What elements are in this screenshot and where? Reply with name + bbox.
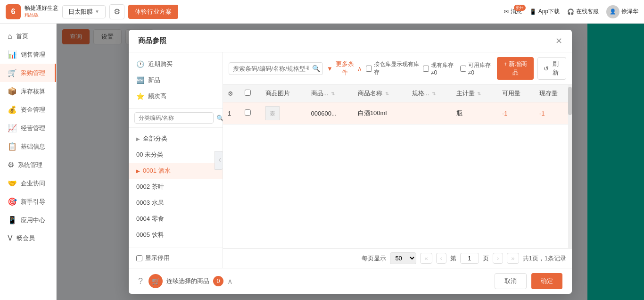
search-wrap: 🔍 bbox=[229, 62, 323, 75]
sidebar-item-inventory[interactable]: 📦 库存核算 bbox=[0, 82, 56, 100]
close-icon[interactable]: ✕ bbox=[555, 37, 562, 45]
app-download-item[interactable]: 📱 App下载 bbox=[529, 8, 560, 16]
cat-drink[interactable]: 0005 饮料 bbox=[129, 227, 223, 243]
th-name[interactable]: 商品名称 ⇅ bbox=[353, 85, 407, 102]
quick-item-recent[interactable]: 🕐 近期购买 bbox=[129, 56, 223, 72]
avatar: 👤 bbox=[606, 5, 619, 18]
headset-icon: 🎧 bbox=[567, 8, 574, 15]
vertical-scrollbar[interactable] bbox=[568, 85, 572, 248]
sidebar-item-member[interactable]: V 畅会员 bbox=[0, 229, 56, 247]
chevron-up-icon: ∧ bbox=[357, 65, 362, 72]
category-search-icon[interactable]: 🔍 bbox=[216, 115, 223, 122]
home-icon: ⌂ bbox=[8, 32, 12, 41]
table-toolbar: 🔍 ▼ 更多条件 ∧ 按仓库显示现有库存 bbox=[223, 52, 572, 85]
branch-selector[interactable]: 日太阳膜 ▼ bbox=[62, 5, 106, 18]
modal-title: 商品参照 bbox=[138, 36, 166, 45]
per-page-select[interactable]: 50 10 20 100 bbox=[390, 252, 416, 264]
by-warehouse-checkbox[interactable] bbox=[366, 66, 372, 72]
cat-all[interactable]: ▶ 全部分类 bbox=[129, 131, 223, 147]
refresh-button[interactable]: ↺ 刷新 bbox=[537, 57, 566, 80]
apps-icon: 📱 bbox=[8, 216, 17, 225]
cat-fruit[interactable]: 0003 水果 bbox=[129, 195, 223, 211]
scrollbar-thumb[interactable] bbox=[568, 87, 572, 115]
sort-icon: ⇅ bbox=[331, 91, 335, 96]
modal-body: 🕐 近期购买 🆕 新品 ⭐ 频次高 bbox=[129, 52, 572, 268]
checkbox-by-warehouse[interactable]: 按仓库显示现有库存 bbox=[366, 60, 419, 76]
show-disabled-row: 显示停用 bbox=[129, 248, 223, 268]
user-item[interactable]: 👤 徐泽华 bbox=[606, 5, 638, 18]
th-spec[interactable]: 规格... ⇅ bbox=[407, 85, 452, 102]
th-code[interactable]: 商品... ⇅ bbox=[306, 85, 353, 102]
th-unit[interactable]: 主计量 ⇅ bbox=[452, 85, 497, 102]
filter-icon: ▼ bbox=[327, 65, 333, 72]
first-page-button[interactable]: « bbox=[420, 253, 432, 264]
sidebar-item-home[interactable]: ⌂ 首页 bbox=[0, 27, 56, 45]
sidebar-item-finance[interactable]: 💰 资金管理 bbox=[0, 100, 56, 119]
filter-button[interactable]: ▼ 更多条件 ∧ bbox=[327, 60, 362, 77]
cancel-button[interactable]: 取消 bbox=[495, 273, 527, 289]
prev-page-button[interactable]: ‹ bbox=[436, 253, 446, 264]
show-disabled-checkbox[interactable] bbox=[136, 255, 142, 261]
guide-icon: 🎯 bbox=[8, 197, 17, 206]
inventory-icon: 📦 bbox=[8, 87, 17, 96]
cat-liquor[interactable]: ▶ 0001 酒水 bbox=[129, 163, 223, 179]
checkbox-nonzero-stock[interactable]: 现有库存≠0 bbox=[423, 61, 456, 76]
cart-area: 🛒 连续选择的商品 0 ∧ bbox=[149, 274, 233, 288]
settings-icon[interactable]: ⚙ bbox=[109, 4, 124, 19]
sidebar-item-apps[interactable]: 📱 应用中心 bbox=[0, 211, 56, 229]
bottom-actions: 取消 确定 bbox=[495, 273, 562, 289]
message-item[interactable]: ✉ 消息 99+ bbox=[504, 8, 522, 16]
sidebar-item-guide[interactable]: 🎯 新手引导 bbox=[0, 192, 56, 211]
arrow-icon: ▶ bbox=[136, 136, 140, 142]
product-table: ⚙ 商品图片 商品... ⇅ bbox=[223, 85, 572, 125]
add-product-button[interactable]: + 新增商品 bbox=[497, 57, 534, 80]
sidebar-item-purchase[interactable]: 🛒 采购管理 bbox=[0, 64, 56, 82]
select-all-checkbox[interactable] bbox=[245, 90, 251, 96]
collapse-arrow-icon[interactable]: ∧ bbox=[227, 277, 233, 286]
nonzero-stock-checkbox[interactable] bbox=[423, 66, 429, 72]
row-checkbox[interactable] bbox=[245, 109, 251, 116]
collapse-panel-button[interactable]: 《 bbox=[215, 151, 223, 170]
nonzero-available-checkbox[interactable] bbox=[460, 66, 466, 72]
trial-button[interactable]: 体验行业方案 bbox=[128, 5, 178, 19]
cat-snack[interactable]: 0004 零食 bbox=[129, 211, 223, 227]
help-icon[interactable]: ? bbox=[138, 276, 143, 286]
next-page-button[interactable]: › bbox=[493, 253, 503, 264]
sort-icon-name: ⇅ bbox=[385, 91, 389, 96]
purchase-icon: 🛒 bbox=[8, 68, 17, 77]
sidebar-item-sales[interactable]: 📊 销售管理 bbox=[0, 45, 56, 64]
sidebar-item-basic-info[interactable]: 📋 基础信息 bbox=[0, 137, 56, 156]
app-badge: 精品版 bbox=[25, 12, 58, 18]
online-service-item[interactable]: 🎧 在线客服 bbox=[567, 8, 599, 16]
finance-icon: 💰 bbox=[8, 105, 17, 114]
product-reference-modal: 商品参照 ✕ 🕐 近期购买 🆕 bbox=[129, 30, 572, 294]
content-area: 查询 设置 刷新 商品参照 ✕ bbox=[57, 24, 644, 300]
app-name: 畅捷通好生意 bbox=[25, 5, 58, 12]
last-page-button[interactable]: » bbox=[507, 253, 519, 264]
sidebar-item-system[interactable]: ⚙ 系统管理 bbox=[0, 156, 56, 174]
checkbox-nonzero-available[interactable]: 可用库存≠0 bbox=[460, 61, 494, 76]
th-settings[interactable]: ⚙ bbox=[223, 85, 240, 102]
confirm-button[interactable]: 确定 bbox=[531, 273, 562, 289]
td-name: 白酒100ml bbox=[353, 102, 407, 125]
star-icon: ⭐ bbox=[136, 92, 144, 100]
category-list: ▶ 全部分类 00 未分类 ▶ 0001 酒水 0002 茶 bbox=[129, 128, 223, 248]
td-unit: 瓶 bbox=[452, 102, 497, 125]
td-checkbox[interactable] bbox=[240, 102, 261, 125]
category-search-input[interactable] bbox=[134, 112, 214, 124]
sidebar-item-enterprise[interactable]: 🤝 企业协同 bbox=[0, 174, 56, 192]
recent-icon: 🕐 bbox=[136, 60, 144, 68]
pagination-row: 每页显示 50 10 20 100 « ‹ 第 页 bbox=[223, 248, 572, 268]
enterprise-icon: 🤝 bbox=[8, 179, 17, 188]
product-search-input[interactable] bbox=[229, 62, 323, 75]
table-row[interactable]: 1 🖼 000600... 白酒100ml 瓶 bbox=[223, 102, 572, 125]
cat-water[interactable]: 0008 水 bbox=[129, 243, 223, 248]
quick-item-new[interactable]: 🆕 新品 bbox=[129, 72, 223, 88]
page-number-input[interactable] bbox=[460, 253, 479, 264]
quick-item-frequent[interactable]: ⭐ 频次高 bbox=[129, 88, 223, 104]
sales-icon: 📊 bbox=[8, 50, 17, 59]
cat-uncategorized[interactable]: 00 未分类 bbox=[129, 147, 223, 163]
cat-tea[interactable]: 0002 茶叶 bbox=[129, 179, 223, 195]
search-icon[interactable]: 🔍 bbox=[312, 65, 320, 72]
sidebar-item-business[interactable]: 📈 经营管理 bbox=[0, 119, 56, 137]
